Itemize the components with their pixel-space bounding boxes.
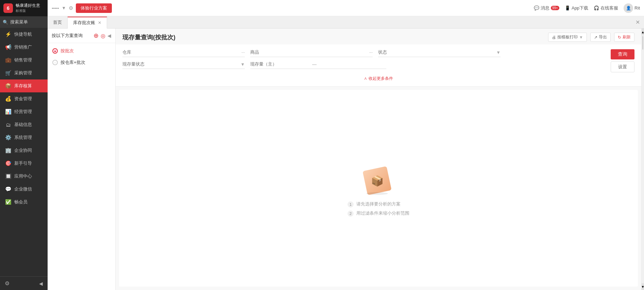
step-1-text: 请先选择要分析的方案	[356, 201, 401, 207]
settings-icon[interactable]: ⚙	[69, 5, 73, 11]
sidebar-item-vip[interactable]: ✅ 畅会员	[0, 196, 48, 209]
tab-home[interactable]: 首页	[48, 16, 68, 28]
appcenter-icon: 🔲	[5, 173, 12, 179]
system-icon: ⚙️	[5, 134, 12, 141]
trial-btn[interactable]: 体验行业方案	[76, 3, 112, 13]
print-btn[interactable]: 🖨 按模板打印 ▼	[548, 33, 587, 42]
sidebar-item-purchase[interactable]: 🛒 采购管理	[0, 67, 48, 79]
scheme-dot-active: ●	[52, 48, 58, 54]
search-icon: 🔍	[3, 20, 8, 25]
inventory-status-label: 现存量状态	[122, 61, 145, 67]
inventory-icon: 📦	[5, 83, 12, 89]
operations-icon: 📊	[5, 109, 12, 115]
sales-icon: 💼	[5, 57, 12, 63]
nav-item-label: 库存核算	[14, 83, 32, 89]
topbar-right: 💬 消息 99+ 📱 App下载 🎧 在线客服 👤 Rit	[534, 3, 640, 13]
nav-item-label: 销售管理	[14, 57, 32, 63]
scheme-dot-inactive: ○	[52, 60, 58, 65]
step-2-text: 用过滤条件来缩小分析范围	[356, 210, 409, 216]
sidebar-item-appcenter[interactable]: 🔲 应用中心	[0, 170, 48, 183]
messages-badge: 99+	[551, 6, 559, 10]
nav-item-label: 企业协同	[14, 147, 32, 153]
scheme-list: ● 按批次 ○ 按仓库+批次	[48, 43, 115, 70]
scheme-item-warehouse-batch[interactable]: ○ 按仓库+批次	[48, 57, 115, 68]
print-dropdown-icon[interactable]: ▼	[579, 35, 583, 40]
add-scheme-icon[interactable]: ⊕	[94, 32, 99, 39]
sidebar-item-guide[interactable]: 🎯 新手引导	[0, 157, 48, 170]
sidebar-item-shortcuts[interactable]: ⚡ 快捷导航	[0, 28, 48, 41]
sidebar-item-corp[interactable]: 🏢 企业协同	[0, 144, 48, 157]
sidebar-item-wechat[interactable]: 💬 企业微信	[0, 183, 48, 196]
left-panel-header: 按以下方案查询 ⊕ ◎ ◀	[48, 29, 115, 43]
footer-collapse-icon[interactable]: ◀	[39, 281, 43, 286]
guide-icon: 🎯	[5, 160, 12, 166]
export-btn[interactable]: ↗ 导出	[590, 33, 611, 42]
basic-icon: 🗂	[5, 122, 12, 128]
nav-item-label: 快捷导航	[14, 31, 32, 37]
messages-item[interactable]: 💬 消息 99+	[534, 5, 559, 11]
sidebar-item-operations[interactable]: 📊 经营管理	[0, 105, 48, 118]
scroll-up-btn[interactable]: ▲	[642, 29, 644, 35]
online-support-item[interactable]: 🎧 在线客服	[594, 5, 618, 11]
scheme-settings-icon[interactable]: ◎	[101, 33, 105, 39]
scheme-item-batch[interactable]: ● 按批次	[48, 45, 115, 57]
qty-from-input[interactable]	[282, 62, 309, 67]
product-label: 商品	[250, 49, 259, 55]
empty-state: 📦 1 请先选择要分析的方案 2 用过滤条件来缩小分析范围	[119, 90, 638, 287]
scheme-label: 按批次	[61, 48, 74, 54]
tab-bar-close-icon[interactable]: ✕	[635, 19, 640, 25]
app-title: 畅康通好生意	[16, 3, 40, 8]
tab-close-icon[interactable]: ✕	[98, 20, 101, 25]
footer-settings-icon[interactable]: ⚙	[5, 280, 10, 287]
warehouse-input[interactable]	[134, 50, 239, 55]
nav-item-label: 基础信息	[14, 122, 32, 128]
nav-item-label: 应用中心	[14, 173, 32, 179]
message-icon: 💬	[534, 5, 539, 11]
sidebar-item-system[interactable]: ⚙️ 系统管理	[0, 131, 48, 144]
sidebar-item-basic[interactable]: 🗂 基础信息	[0, 118, 48, 131]
tab-bar: 首页 库存批次账 ✕ ✕	[48, 16, 644, 29]
filter-status-group[interactable]: 状态 ▼	[378, 49, 501, 57]
scroll-thumb[interactable]	[642, 36, 643, 50]
collapse-more-btn[interactable]: ∧ 收起更多条件	[122, 73, 634, 83]
settings-btn[interactable]: 设置	[611, 61, 634, 72]
inventory-status-dropdown-icon[interactable]: ▼	[240, 62, 245, 67]
corp-icon: 🏢	[5, 147, 12, 153]
filter-inventory-status-group: 现存量状态 ▼	[122, 61, 245, 69]
sidebar-item-sales[interactable]: 💼 销售管理	[0, 54, 48, 67]
query-btn[interactable]: 查询	[611, 49, 634, 59]
nav-item-label: 系统管理	[14, 134, 32, 141]
tab-inventory-batch[interactable]: 库存批次账 ✕	[68, 17, 107, 29]
wechat-icon: 💬	[5, 186, 12, 192]
step-1-num: 1	[348, 201, 354, 207]
search-menu[interactable]: 🔍 搜索菜单	[0, 16, 48, 28]
product-input[interactable]	[262, 50, 367, 55]
right-main: 现存量查询(按批次) 🖨 按模板打印 ▼ ↗ 导出 ↻ 刷新	[116, 29, 641, 290]
qty-label: 现存量（主）	[250, 61, 277, 67]
app-subtitle: 标准版	[16, 8, 40, 13]
sidebar-item-finance[interactable]: 💰 资金管理	[0, 92, 48, 105]
warehouse-label: 仓库	[122, 49, 131, 55]
page-actions: 🖨 按模板打印 ▼ ↗ 导出 ↻ 刷新	[548, 33, 634, 42]
content-area: 按以下方案查询 ⊕ ◎ ◀ ● 按批次 ○ 按仓库+批次	[48, 29, 644, 290]
filter-row-2: 现存量状态 ▼ 现存量（主） —	[122, 61, 634, 69]
nav-item-label: 畅会员	[14, 199, 28, 205]
scroll-down-btn[interactable]: ▼	[642, 283, 644, 290]
warehouse-more-icon[interactable]: ···	[241, 50, 245, 55]
sidebar-item-marketing[interactable]: 📢 营销推广	[0, 41, 48, 54]
sidebar-item-inventory[interactable]: 📦 库存核算	[0, 79, 48, 92]
purchase-icon: 🛒	[5, 70, 12, 76]
app-download-item[interactable]: 📱 App下载	[565, 5, 588, 11]
status-dropdown-icon: ▼	[496, 50, 501, 55]
sidebar-header: 6 畅康通好生意 标准版	[0, 0, 48, 16]
qty-to-input[interactable]	[319, 62, 346, 67]
main-area: ▪▪▪▪▪ ▼ ⚙ 体验行业方案 💬 消息 99+ 📱 App下载 🎧 在线客服…	[48, 0, 644, 290]
product-more-icon[interactable]: ···	[369, 50, 373, 55]
panel-collapse-icon[interactable]: ◀	[107, 33, 111, 38]
empty-steps: 1 请先选择要分析的方案 2 用过滤条件来缩小分析范围	[348, 200, 409, 218]
dropdown-icon[interactable]: ▼	[62, 5, 66, 11]
user-profile[interactable]: 👤 Rit	[624, 3, 640, 13]
avatar: 👤	[624, 3, 633, 13]
refresh-btn[interactable]: ↻ 刷新	[614, 33, 634, 42]
status-label: 状态	[378, 49, 387, 55]
